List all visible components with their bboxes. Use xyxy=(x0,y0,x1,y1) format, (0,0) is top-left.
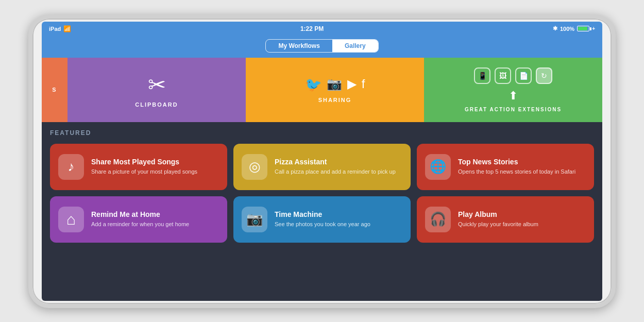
headphones-icon: 🎧 xyxy=(425,207,451,232)
cat-sharing[interactable]: 🐦 📷 ▶ f SHARING xyxy=(246,58,424,122)
tab-my-workflows[interactable]: My Workflows xyxy=(266,40,332,52)
cat-clipboard-label: CLIPBOARD xyxy=(135,101,178,108)
cat-extensions-label: GREAT ACTION EXTENSIONS xyxy=(465,107,562,112)
card-pizza-title: Pizza Assistant xyxy=(275,158,402,166)
scissors-icon: ✂ xyxy=(148,72,166,97)
tab-switcher: My Workflows Gallery xyxy=(265,39,378,53)
featured-section-title: FEATURED xyxy=(50,129,594,137)
card-pizza-desc: Call a pizza place and add a reminder to… xyxy=(275,168,402,176)
cards-grid: ♪ Share Most Played Songs Share a pictur… xyxy=(50,144,594,243)
card-pizza-assistant[interactable]: ◎ Pizza Assistant Call a pizza place and… xyxy=(233,144,411,190)
home-icon: ⌂ xyxy=(58,207,84,232)
battery-bar xyxy=(577,26,589,31)
ext-icon-2: 🖼 xyxy=(495,67,511,84)
bluetooth-icon: ✱ xyxy=(553,25,557,32)
battery-indicator xyxy=(577,26,589,31)
card-time-title: Time Machine xyxy=(275,210,402,218)
ipad-screen: iPad 📶 1:22 PM ✱ 100% + My Workflows Gal… xyxy=(42,22,602,301)
card-album-text: Play Album Quickly play your favorite al… xyxy=(458,210,586,228)
time-display: 1:22 PM xyxy=(300,25,324,32)
card-share-title: Share Most Played Songs xyxy=(91,158,219,166)
ext-icon-4: ↻ xyxy=(536,67,552,84)
music-note-icon: ♪ xyxy=(58,154,84,180)
camera-icon: 📷 xyxy=(242,207,267,232)
card-pizza-text: Pizza Assistant Call a pizza place and a… xyxy=(275,158,402,176)
cat-partial[interactable]: S xyxy=(42,58,67,122)
status-bar: iPad 📶 1:22 PM ✱ 100% + xyxy=(42,22,602,36)
battery-percent: 100% xyxy=(560,26,574,32)
card-news-desc: Opens the top 5 news stories of today in… xyxy=(458,168,586,176)
main-content: FEATURED ♪ Share Most Played Songs Share… xyxy=(42,122,602,301)
card-remind-title: Remind Me at Home xyxy=(91,210,219,218)
pizza-target-icon: ◎ xyxy=(242,154,267,180)
facebook-icon: f xyxy=(362,77,365,93)
ext-icon-1: 📱 xyxy=(474,67,490,84)
right-side-button xyxy=(615,154,616,169)
nav-bar: My Workflows Gallery xyxy=(42,36,602,58)
ipad-frame: iPad 📶 1:22 PM ✱ 100% + My Workflows Gal… xyxy=(28,14,616,308)
card-share-text: Share Most Played Songs Share a picture … xyxy=(91,158,219,176)
category-banner: S ✂ CLIPBOARD 🐦 📷 ▶ f SHARING xyxy=(42,58,602,122)
status-left: iPad 📶 xyxy=(49,25,71,32)
card-album-desc: Quickly play your favorite album xyxy=(458,221,586,228)
cat-sharing-label: SHARING xyxy=(318,97,352,103)
card-time-desc: See the photos you took one year ago xyxy=(275,221,402,228)
cat-partial-label: S xyxy=(52,87,57,93)
card-play-album[interactable]: 🎧 Play Album Quickly play your favorite … xyxy=(417,196,594,243)
tab-gallery[interactable]: Gallery xyxy=(332,40,378,52)
battery-fill xyxy=(578,27,587,30)
instagram-icon: 📷 xyxy=(327,77,342,93)
card-remind-home[interactable]: ⌂ Remind Me at Home Add a reminder for w… xyxy=(50,196,227,243)
cat-extensions[interactable]: 📱 🖼 📄 ↻ ⬆ GREAT ACTION EXTENSIONS xyxy=(424,58,602,122)
card-time-text: Time Machine See the photos you took one… xyxy=(275,210,402,228)
card-album-title: Play Album xyxy=(458,210,586,218)
card-news-text: Top News Stories Opens the top 5 news st… xyxy=(458,158,586,176)
share-arrow-icon: ⬆ xyxy=(509,89,518,103)
ext-icon-3: 📄 xyxy=(515,67,532,84)
card-time-machine[interactable]: 📷 Time Machine See the photos you took o… xyxy=(233,196,411,243)
carrier-label: iPad xyxy=(49,26,61,32)
wifi-icon: 📶 xyxy=(63,25,71,32)
youtube-icon: ▶ xyxy=(347,77,357,93)
social-icons: 🐦 📷 ▶ f xyxy=(305,77,365,93)
status-right: ✱ 100% + xyxy=(553,25,595,32)
card-news-title: Top News Stories xyxy=(458,158,586,166)
card-share-desc: Share a picture of your most played song… xyxy=(91,168,219,176)
card-remind-text: Remind Me at Home Add a reminder for whe… xyxy=(91,210,219,228)
card-remind-desc: Add a reminder for when you get home xyxy=(91,221,219,228)
card-top-news[interactable]: 🌐 Top News Stories Opens the top 5 news … xyxy=(417,144,594,190)
card-share-most-played[interactable]: ♪ Share Most Played Songs Share a pictur… xyxy=(50,144,227,190)
globe-icon: 🌐 xyxy=(425,154,451,180)
twitter-icon: 🐦 xyxy=(305,77,321,93)
cat-clipboard[interactable]: ✂ CLIPBOARD xyxy=(67,58,246,122)
left-side-button xyxy=(28,154,29,169)
charging-icon: + xyxy=(592,26,595,31)
ext-icons: 📱 🖼 📄 ↻ xyxy=(474,67,552,84)
